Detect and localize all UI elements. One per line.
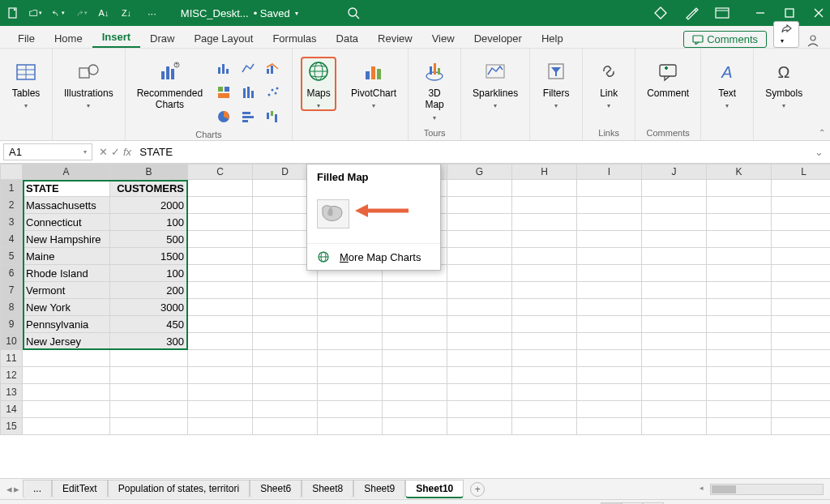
cell[interactable]: 100 — [110, 214, 188, 231]
open-file-icon[interactable]: ▾ — [29, 6, 42, 19]
formula-input[interactable] — [135, 144, 808, 160]
cell[interactable] — [110, 384, 188, 401]
cell[interactable] — [707, 401, 772, 418]
cell[interactable] — [577, 333, 642, 350]
scatter-chart-icon[interactable] — [261, 81, 284, 104]
cell[interactable] — [577, 384, 642, 401]
recommended-charts-button[interactable]: ? Recommended Charts — [134, 57, 206, 113]
cell[interactable] — [772, 418, 830, 435]
column-chart-icon[interactable] — [212, 57, 235, 79]
cell[interactable] — [577, 180, 642, 197]
illustrations-button[interactable]: Illustrations▾ — [61, 57, 117, 111]
qat-overflow[interactable]: ··· — [148, 7, 156, 19]
cell[interactable]: 2000 — [110, 197, 188, 214]
sort-asc-icon[interactable]: A↓ — [97, 6, 110, 19]
cell[interactable] — [512, 214, 577, 231]
cell[interactable]: Maine — [23, 248, 110, 265]
enter-formula-icon[interactable]: ✓ — [111, 146, 120, 158]
cell[interactable] — [772, 350, 830, 367]
cell[interactable] — [23, 367, 110, 384]
row-header[interactable]: 5 — [0, 248, 23, 265]
cell[interactable] — [772, 384, 830, 401]
cell[interactable] — [707, 248, 772, 265]
cell[interactable] — [642, 248, 707, 265]
cell[interactable] — [318, 333, 383, 350]
row-header[interactable]: 4 — [0, 231, 23, 248]
cell[interactable] — [642, 265, 707, 282]
cell[interactable] — [577, 316, 642, 333]
cell[interactable] — [447, 248, 512, 265]
cell[interactable] — [642, 350, 707, 367]
row-header[interactable]: 6 — [0, 265, 23, 282]
column-header[interactable]: A — [23, 164, 110, 180]
cell[interactable] — [772, 180, 830, 197]
cell[interactable] — [253, 367, 318, 384]
cell[interactable] — [23, 384, 110, 401]
cell[interactable] — [23, 350, 110, 367]
cell[interactable]: 3000 — [110, 299, 188, 316]
column-header[interactable]: G — [447, 164, 512, 180]
cell[interactable] — [383, 384, 447, 401]
cell[interactable] — [447, 214, 512, 231]
new-file-icon[interactable] — [6, 6, 19, 19]
sheet-tab[interactable]: Sheet8 — [302, 480, 353, 498]
cell[interactable] — [772, 333, 830, 350]
cell[interactable] — [447, 265, 512, 282]
cell[interactable] — [383, 316, 447, 333]
cell[interactable] — [512, 333, 577, 350]
tables-button[interactable]: Tables▾ — [8, 57, 44, 111]
cell[interactable] — [318, 350, 383, 367]
cell[interactable] — [642, 180, 707, 197]
cell[interactable] — [512, 265, 577, 282]
cell[interactable] — [707, 180, 772, 197]
ribbon-mode-icon[interactable] — [715, 7, 729, 19]
cell[interactable] — [318, 299, 383, 316]
cell[interactable] — [188, 180, 253, 197]
cell[interactable] — [772, 197, 830, 214]
link-button[interactable]: Link▾ — [591, 57, 627, 111]
sheet-tab[interactable]: EditText — [52, 480, 108, 498]
close-icon[interactable] — [814, 8, 824, 18]
cell[interactable] — [447, 418, 512, 435]
cell[interactable] — [447, 384, 512, 401]
cell[interactable] — [447, 180, 512, 197]
account-icon[interactable] — [806, 33, 822, 48]
cell[interactable] — [512, 282, 577, 299]
cell[interactable] — [188, 333, 253, 350]
pie-chart-icon[interactable] — [212, 105, 235, 128]
cell[interactable] — [577, 231, 642, 248]
cell[interactable] — [642, 367, 707, 384]
tab-file[interactable]: File — [8, 29, 45, 48]
cell[interactable] — [188, 367, 253, 384]
cell[interactable] — [447, 282, 512, 299]
cell[interactable] — [642, 384, 707, 401]
cell[interactable] — [447, 197, 512, 214]
cell[interactable] — [253, 282, 318, 299]
line-chart-icon[interactable] — [237, 57, 259, 79]
cell[interactable] — [383, 299, 447, 316]
cell[interactable] — [577, 248, 642, 265]
horizontal-scrollbar[interactable]: ◂ ▸ — [710, 484, 824, 495]
select-all-corner[interactable] — [0, 164, 23, 180]
sort-desc-icon[interactable]: Z↓ — [120, 6, 133, 19]
cell[interactable] — [447, 316, 512, 333]
cell[interactable] — [642, 299, 707, 316]
cell[interactable] — [512, 401, 577, 418]
cell[interactable] — [447, 333, 512, 350]
coming-soon-icon[interactable] — [684, 6, 699, 20]
fx-icon[interactable]: fx — [123, 146, 131, 158]
cell[interactable] — [707, 197, 772, 214]
cell[interactable] — [383, 333, 447, 350]
cell[interactable]: Rhode Island — [23, 265, 110, 282]
maximize-icon[interactable] — [785, 8, 794, 18]
cell[interactable] — [188, 401, 253, 418]
column-header[interactable]: L — [772, 164, 830, 180]
sheet-tab[interactable]: Sheet6 — [250, 480, 302, 498]
cell[interactable]: New York — [23, 299, 110, 316]
cell[interactable] — [23, 401, 110, 418]
cell[interactable]: New Jersey — [23, 333, 110, 350]
sheet-nav-prev-icon[interactable]: ◂ — [6, 483, 12, 495]
cell[interactable] — [772, 231, 830, 248]
column-header[interactable]: I — [577, 164, 642, 180]
save-status-caret-icon[interactable]: ▾ — [295, 10, 298, 17]
